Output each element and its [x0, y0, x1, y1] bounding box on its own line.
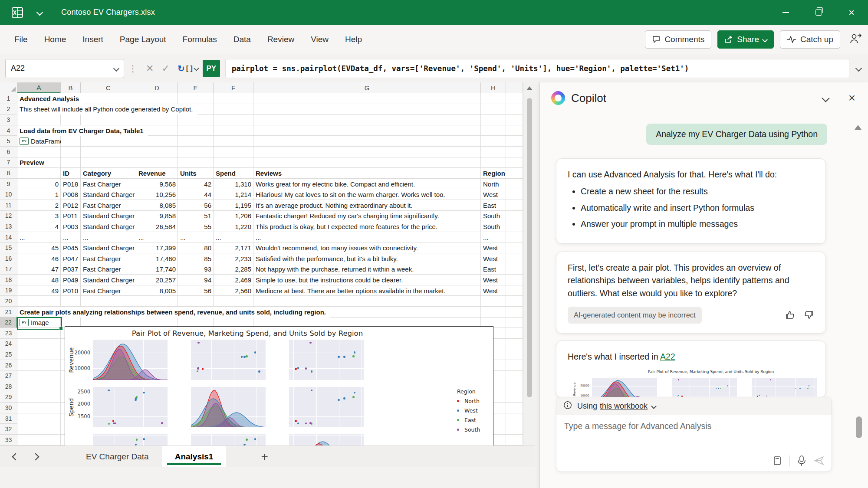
cell-A15[interactable]: 45	[17, 242, 61, 253]
cell-D13[interactable]: 26,584	[136, 221, 178, 232]
cell-E16[interactable]: 85	[178, 253, 214, 264]
row-header-28[interactable]: 28	[0, 381, 17, 392]
cell-F15[interactable]: 2,171	[214, 242, 253, 253]
scope-dropdown-icon[interactable]	[651, 403, 657, 409]
cell-D8[interactable]: Revenue	[136, 168, 178, 179]
cell-B15[interactable]: P045	[61, 242, 81, 253]
workbook-scope-link[interactable]: this workbook	[600, 402, 648, 411]
info-icon[interactable]	[563, 401, 572, 412]
cell-D12[interactable]: 9,858	[136, 211, 178, 222]
row-header-13[interactable]: 13	[0, 221, 17, 232]
cell-H13[interactable]: South	[481, 221, 506, 232]
row-header-22[interactable]: 22	[0, 317, 17, 328]
cell-H10[interactable]: West	[481, 189, 506, 200]
cell-D9[interactable]: 9,568	[136, 179, 178, 190]
cell-A14[interactable]: ...	[17, 232, 61, 243]
cell-A7[interactable]: Preview	[17, 157, 61, 168]
cell-F9[interactable]: 1,310	[214, 179, 253, 190]
cell-E12[interactable]: 51	[178, 211, 214, 222]
share-button[interactable]: Share	[717, 30, 774, 49]
chat-scroll-up-icon[interactable]	[855, 125, 861, 130]
chat-scrollbar-thumb[interactable]	[856, 416, 862, 438]
cell-E10[interactable]: 44	[178, 189, 214, 200]
row-header-7[interactable]: 7	[0, 157, 17, 168]
cell-E13[interactable]: 55	[178, 221, 214, 232]
row-header-31[interactable]: 31	[0, 413, 17, 424]
cell-reference-link[interactable]: A22	[660, 352, 675, 361]
cell-F11[interactable]: 1,195	[214, 200, 253, 211]
row-header-8[interactable]: 8	[0, 168, 17, 179]
copilot-close-icon[interactable]: ×	[848, 91, 855, 105]
row-header-24[interactable]: 24	[0, 339, 17, 350]
cell-B14[interactable]: ...	[61, 232, 81, 243]
cell-B11[interactable]: P012	[61, 200, 81, 211]
cell-C14[interactable]: ...	[81, 232, 136, 243]
cell-B16[interactable]: P047	[61, 253, 81, 264]
select-all-corner[interactable]	[0, 82, 17, 93]
formula-bar-expand-icon[interactable]	[855, 65, 862, 72]
cell-H9[interactable]: North	[481, 179, 506, 190]
cell-G13[interactable]: This product is okay, but I expected mor…	[253, 221, 481, 232]
microphone-icon[interactable]	[797, 455, 806, 466]
enter-icon[interactable]: ✓	[161, 63, 169, 74]
scroll-up-icon[interactable]	[526, 86, 533, 90]
cell-B9[interactable]: P018	[61, 179, 81, 190]
cell-A17[interactable]: 47	[17, 264, 61, 275]
cell-G19[interactable]: Mediocre at best. There are better optio…	[253, 285, 481, 296]
people-icon[interactable]	[849, 33, 862, 46]
row-header-33[interactable]: 33	[0, 435, 17, 445]
row-header-26[interactable]: 26	[0, 360, 17, 371]
cell-G14[interactable]: ...	[253, 232, 481, 243]
cell-E19[interactable]: 56	[178, 285, 214, 296]
row-header-15[interactable]: 15	[0, 242, 17, 253]
grid-vertical-scrollbar[interactable]	[523, 82, 536, 467]
cell-B18[interactable]: P049	[61, 275, 81, 285]
cell-H14[interactable]: ...	[481, 232, 506, 243]
cell-F16[interactable]: 2,233	[214, 253, 253, 264]
cell-D15[interactable]: 17,399	[136, 242, 178, 253]
cell-C12[interactable]: Standard Charger	[81, 211, 136, 222]
cell-D19[interactable]: 8,005	[136, 285, 178, 296]
column-header-C[interactable]: C	[81, 82, 136, 93]
cell-C16[interactable]: Fast Charger	[81, 253, 136, 264]
thumbs-up-icon[interactable]	[785, 310, 795, 320]
row-header-6[interactable]: 6	[0, 147, 17, 157]
row-header-27[interactable]: 27	[0, 370, 17, 381]
row-header-20[interactable]: 20	[0, 296, 17, 307]
sheet-tab-analysis1[interactable]: Analysis1	[162, 446, 227, 468]
cell-F14[interactable]: ...	[214, 232, 253, 243]
row-header-4[interactable]: 4	[0, 125, 17, 136]
cell-G9[interactable]: Works great for my electric bike. Compac…	[253, 179, 481, 190]
comments-button[interactable]: Comments	[645, 30, 711, 49]
ribbon-tab-file[interactable]: File	[6, 35, 36, 44]
copilot-collapse-icon[interactable]	[822, 94, 829, 102]
row-header-32[interactable]: 32	[0, 424, 17, 435]
cell-D17[interactable]: 17,740	[136, 264, 178, 275]
cell-C19[interactable]: Fast Charger	[81, 285, 136, 296]
cell-F8[interactable]: Spend	[214, 168, 253, 179]
cell-H16[interactable]: West	[481, 253, 506, 264]
scrollbar-thumb[interactable]	[527, 98, 532, 397]
cell-F12[interactable]: 1,206	[214, 211, 253, 222]
column-header-F[interactable]: F	[214, 82, 253, 93]
cell-H11[interactable]: East	[481, 200, 506, 211]
row-header-11[interactable]: 11	[0, 200, 17, 211]
cell-C9[interactable]: Fast Charger	[81, 179, 136, 190]
row-header-2[interactable]: 2	[0, 104, 17, 115]
cell-A16[interactable]: 46	[17, 253, 61, 264]
row-header-16[interactable]: 16	[0, 253, 17, 264]
cell-A2[interactable]: This sheet will include all Python code …	[17, 104, 197, 115]
cell-H19[interactable]: West	[481, 285, 506, 296]
cell-F10[interactable]: 1,214	[214, 189, 253, 200]
cell-A5[interactable]: PYDataFrame	[17, 136, 61, 147]
sheet-tab-ev-charger-data[interactable]: EV Charger Data	[73, 446, 162, 468]
cell-A9[interactable]: 0	[17, 179, 61, 190]
ribbon-tab-data[interactable]: Data	[225, 35, 259, 44]
cell-F19[interactable]: 2,560	[214, 285, 253, 296]
python-refresh-icon[interactable]: ↻	[178, 63, 185, 74]
cell-F18[interactable]: 2,469	[214, 275, 253, 285]
cell-H17[interactable]: East	[481, 264, 506, 275]
cell-B17[interactable]: P037	[61, 264, 81, 275]
cell-E18[interactable]: 94	[178, 275, 214, 285]
column-header-I[interactable]	[506, 82, 523, 93]
